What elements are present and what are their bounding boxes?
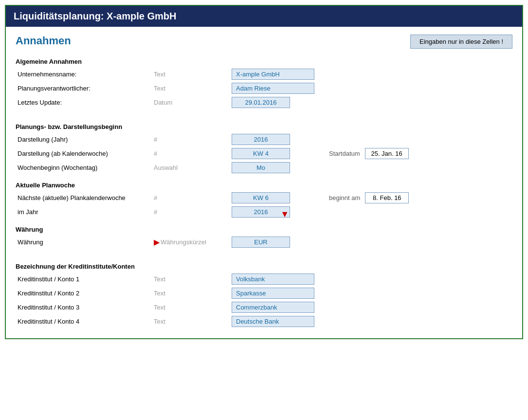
row-type: # [152, 191, 230, 205]
wochenbeginn-input[interactable]: Mo [232, 162, 290, 173]
table-row: Nächste (aktuelle) Plankalenderwoche # K… [16, 191, 512, 205]
row-label: Darstellung (ab Kalenderwoche) [16, 146, 152, 161]
waehrung-heading: Währung [16, 226, 512, 233]
row-label: Wochenbeginn (Wochentag) [16, 161, 152, 175]
row-value[interactable]: 2016 ▼ [230, 205, 327, 219]
table-row: Kreditinstitut / Konto 3 Text Commerzban… [16, 300, 512, 314]
table-row: Planungsverantwortlicher: Text Adam Ries… [16, 81, 512, 95]
table-row: Kreditinstitut / Konto 1 Text Volksbank [16, 272, 512, 286]
row-label: Letztes Update: [16, 95, 152, 110]
plankalenderwoche-input[interactable]: KW 6 [232, 192, 290, 203]
kreditinstitute-heading: Bezeichnung der Kreditinstitute/Konten [16, 263, 512, 270]
konto2-input[interactable]: Sparkasse [232, 288, 314, 299]
row-value[interactable]: 29.01.2016 [230, 95, 327, 110]
red-arrow-icon: ▼ [280, 209, 289, 219]
row-type: ▶ Währungskürzel [152, 235, 230, 249]
startdatum-value: 25. Jan. 16 [365, 148, 409, 159]
row-label: Nächste (aktuelle) Plankalenderwoche [16, 191, 152, 205]
table-row: Darstellung (Jahr) # 2016 [16, 132, 512, 146]
table-row: Darstellung (ab Kalenderwoche) # KW 4 St… [16, 146, 512, 161]
row-value[interactable]: Sparkasse [230, 286, 327, 300]
table-row: Kreditinstitut / Konto 4 Text Deutsche B… [16, 314, 512, 329]
row-label: im Jahr [16, 205, 152, 219]
content-area: Annahmen Eingaben nur in diese Zellen ! … [6, 27, 522, 338]
startdatum-label: Startdatum [329, 150, 360, 157]
main-container: Liquiditätsplanung: X-ample GmbH Annahme… [5, 5, 523, 339]
table-row: Währung ▶ Währungskürzel EUR [16, 235, 512, 249]
konto4-input[interactable]: Deutsche Bank [232, 316, 314, 327]
row-type: Text [152, 272, 230, 286]
kreditinstitute-table: Kreditinstitut / Konto 1 Text Volksbank … [16, 272, 512, 329]
allgemeine-annahmen-table: Unternehmensname: Text X-ample GmbH Plan… [16, 67, 512, 110]
row-type: Auswahl [152, 161, 230, 175]
row-value[interactable]: Mo [230, 161, 327, 175]
row-type: Text [152, 81, 230, 95]
extra-row: beginnt am 8. Feb. 16 [329, 192, 510, 203]
konto3-input[interactable]: Commerzbank [232, 302, 314, 313]
row-value[interactable]: X-ample GmbH [230, 67, 327, 81]
row-type: Text [152, 300, 230, 314]
table-row: Letztes Update: Datum 29.01.2016 [16, 95, 512, 110]
row-type: Datum [152, 95, 230, 110]
row-value[interactable]: 2016 [230, 132, 327, 146]
aktuelle-planwoche-table: Nächste (aktuelle) Plankalenderwoche # K… [16, 191, 512, 219]
row-value[interactable]: Deutsche Bank [230, 314, 327, 329]
waehrung-table: Währung ▶ Währungskürzel EUR [16, 235, 512, 249]
row-value[interactable]: KW 4 [230, 146, 327, 161]
row-type: Text [152, 314, 230, 329]
allgemeine-annahmen-heading: Algemeine Annahmen [16, 58, 512, 65]
table-row: Unternehmensname: Text X-ample GmbH [16, 67, 512, 81]
letztes-update-input[interactable]: 29.01.2016 [232, 97, 290, 108]
top-row: Annahmen Eingaben nur in diese Zellen ! [16, 35, 512, 51]
row-label: Kreditinstitut / Konto 2 [16, 286, 152, 300]
row-type: Text [152, 286, 230, 300]
planungs-heading: Planungs- bzw. Darstellungsbeginn [16, 123, 512, 130]
page-title: Liquiditätsplanung: X-ample GmbH [14, 11, 176, 21]
table-row: Wochenbeginn (Wochentag) Auswahl Mo [16, 161, 512, 175]
row-value[interactable]: KW 6 [230, 191, 327, 205]
row-type: # [152, 205, 230, 219]
darstellung-kw-input[interactable]: KW 4 [232, 148, 290, 159]
unternehmensname-input[interactable]: X-ample GmbH [232, 69, 314, 80]
row-label: Darstellung (Jahr) [16, 132, 152, 146]
planungsverantwortlicher-input[interactable]: Adam Riese [232, 83, 314, 94]
aktuelle-planwoche-heading: Aktuelle Planwoche [16, 182, 512, 189]
row-type: Text [152, 67, 230, 81]
row-label: Kreditinstitut / Konto 3 [16, 300, 152, 314]
extra-row: Startdatum 25. Jan. 16 [329, 148, 510, 159]
red-arrow-left-icon: ▶ [154, 237, 160, 247]
row-type: # [152, 146, 230, 161]
title-bar: Liquiditätsplanung: X-ample GmbH [6, 6, 522, 27]
row-label: Kreditinstitut / Konto 1 [16, 272, 152, 286]
row-type: # [152, 132, 230, 146]
row-label: Kreditinstitut / Konto 4 [16, 314, 152, 329]
row-label: Planungsverantwortlicher: [16, 81, 152, 95]
row-value[interactable]: Commerzbank [230, 300, 327, 314]
waehrung-input[interactable]: EUR [232, 237, 290, 248]
eingaben-button[interactable]: Eingaben nur in diese Zellen ! [410, 35, 512, 49]
beginnt-am-value: 8. Feb. 16 [365, 192, 409, 203]
row-value[interactable]: EUR [230, 235, 327, 249]
row-value[interactable]: Volksbank [230, 272, 327, 286]
row-value[interactable]: Adam Riese [230, 81, 327, 95]
planungs-table: Darstellung (Jahr) # 2016 Darstellung (a… [16, 132, 512, 175]
beginnt-am-label: beginnt am [329, 194, 360, 201]
table-row: Kreditinstitut / Konto 2 Text Sparkasse [16, 286, 512, 300]
darstellung-jahr-input[interactable]: 2016 [232, 134, 290, 145]
table-row: im Jahr # 2016 ▼ [16, 205, 512, 219]
annahmen-heading: Annahmen [16, 35, 71, 47]
row-label: Unternehmensname: [16, 67, 152, 81]
konto1-input[interactable]: Volksbank [232, 274, 314, 285]
row-label: Währung [16, 235, 152, 249]
